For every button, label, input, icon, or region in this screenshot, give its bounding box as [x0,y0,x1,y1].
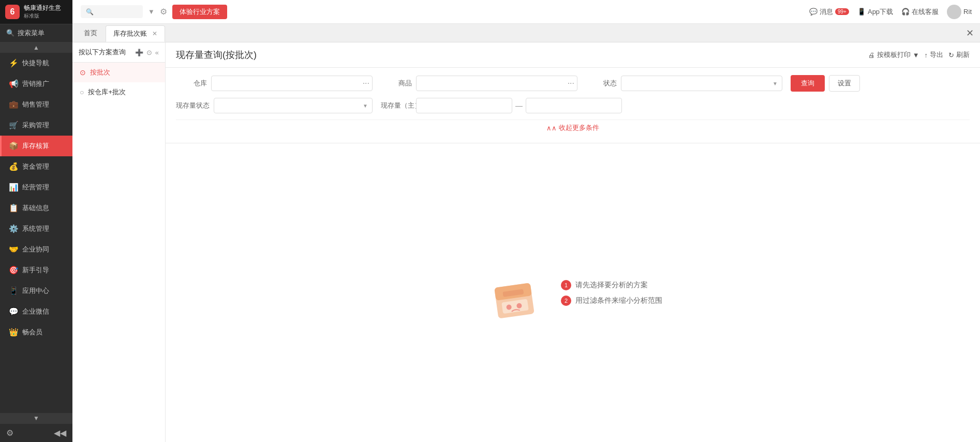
sidebar-item-marketing[interactable]: 📢 营销推广 [0,73,72,94]
app-download-action[interactable]: 📱 App下载 [857,7,893,17]
sidebar-item-operations[interactable]: 📊 经营管理 [0,177,72,198]
scroll-up-btn[interactable]: ▲ [0,42,72,53]
left-panel-title: 按以下方案查询 [79,48,126,57]
sidebar-item-purchase[interactable]: 🛒 采购管理 [0,115,72,136]
stock-qty-range: — [416,98,622,113]
status-label: 状态 [586,79,617,88]
sidebar-item-quick-nav[interactable]: ⚡ 快捷导航 [0,53,72,73]
avatar[interactable] [947,5,961,19]
trial-btn[interactable]: 体验行业方案 [172,5,227,19]
sidebar-item-members[interactable]: 👑 畅会员 [0,322,72,343]
scheme-item-by-warehouse-batch[interactable]: ○ 按仓库+批次 [72,82,165,102]
messages-label: 消息 [820,7,833,17]
scheme-item-by-batch[interactable]: ⊙ 按批次 [72,63,165,82]
sidebar-header: 6 畅康通好生意 标准版 [0,0,72,24]
nav-label: 系统管理 [22,224,49,233]
query-btn[interactable]: 查询 [791,75,825,92]
collapse-panel-icon[interactable]: « [155,49,159,56]
members-icon: 👑 [9,328,18,337]
stock-qty-min[interactable] [416,98,512,113]
export-btn[interactable]: ↑ 导出 [925,50,944,60]
status-dropdown-arrow: ▼ [773,81,778,86]
sidebar-item-enterprise[interactable]: 🤝 企业协同 [0,239,72,260]
stock-qty-dash: — [515,101,523,110]
app-logo: 6 [5,5,20,19]
content-area: 按以下方案查询 ➕ ⊙ « ⊙ 按批次 ○ 按仓库+批次 现存量查询(按批次) [72,42,980,442]
empty-illustration [483,262,545,324]
empty-step-1: 1 请先选择要分析的方案 [561,280,662,290]
print-btn[interactable]: 🖨 按模板打印 ▼ [868,50,919,60]
warehouse-input-container: ··· [211,76,373,91]
nav-label: 基础信息 [22,203,49,213]
product-filter: 商品 ··· [381,76,577,91]
settings-footer-icon[interactable]: ⚙ [6,428,13,438]
empty-step-2: 2 用过滤条件来缩小分析范围 [561,296,662,306]
nav-label: 库存核算 [22,141,49,151]
sidebar-item-app-center[interactable]: 📱 应用中心 [0,281,72,301]
stock-qty-label: 现存量（主） [381,101,412,110]
search-icon: 🔍 [6,29,14,37]
filter-buttons: 查询 设置 [791,75,860,92]
stock-status-dropdown[interactable]: ▼ [214,98,373,113]
filter-row-1: 仓库 ··· 商品 ··· [176,75,970,92]
add-scheme-icon[interactable]: ➕ [135,49,143,56]
topbar-search-box[interactable]: 🔍 [81,5,143,18]
messages-action[interactable]: 💬 消息 99+ [809,7,849,17]
tab-home[interactable]: 首页 [77,25,105,41]
online-service-action[interactable]: 🎧 在线客服 [901,7,939,17]
search-text [96,7,102,16]
warehouse-input[interactable] [211,76,373,91]
sidebar-item-basics[interactable]: 📋 基础信息 [0,198,72,218]
stock-qty-max[interactable] [526,98,622,113]
left-panel-icons: ➕ ⊙ « [135,49,159,56]
filter-section: 仓库 ··· 商品 ··· [166,68,980,143]
sidebar-nav: ⚡ 快捷导航 📢 营销推广 💼 销售管理 🛒 采购管理 📦 库存核算 💰 资金管… [0,53,72,413]
product-input[interactable] [416,76,577,91]
sidebar-item-newbie[interactable]: 🎯 新手引导 [0,260,72,281]
nav-label: 企业微信 [22,307,49,316]
stock-status-dropdown-arrow: ▼ [363,103,368,109]
scroll-down-btn[interactable]: ▼ [0,413,72,423]
tab-close-icon[interactable]: ✕ [152,30,157,37]
step-2-num: 2 [561,296,571,306]
tab-home-label: 首页 [84,28,97,38]
sidebar-search[interactable]: 🔍 搜索菜单 [0,24,72,42]
settings-btn[interactable]: 设置 [829,75,860,92]
nav-label: 销售管理 [22,100,49,109]
tab-inventory-batch[interactable]: 库存批次账 ✕ [106,25,165,42]
marketing-icon: 📢 [9,79,18,89]
scheme-label: 按批次 [90,68,110,77]
sidebar-item-inventory[interactable]: 📦 库存核算 [0,136,72,156]
step-1-num: 1 [561,280,571,290]
user-action[interactable]: Rit [947,5,972,19]
app-download-label: App下载 [868,7,893,17]
product-label: 商品 [381,79,412,88]
sales-icon: 💼 [9,100,18,109]
warehouse-dots[interactable]: ··· [363,79,369,88]
export-icon: ↑ [925,51,928,59]
close-panel-btn[interactable]: ✕ [964,25,976,41]
nav-label: 采购管理 [22,121,49,130]
sidebar-item-weixin[interactable]: 💬 企业微信 [0,301,72,322]
nav-label: 应用中心 [22,286,49,296]
settings-scheme-icon[interactable]: ⊙ [146,49,152,56]
print-dropdown-icon[interactable]: ▼ [913,51,919,59]
product-dots[interactable]: ··· [568,79,574,88]
nav-label: 资金管理 [22,162,49,171]
export-label: 导出 [930,50,943,60]
sidebar-item-finance[interactable]: 💰 资金管理 [0,156,72,177]
topbar-gear-icon[interactable]: ⚙ [160,7,167,17]
collapse-sidebar-icon[interactable]: ◀◀ [54,428,66,438]
topbar-dropdown-icon[interactable]: ▼ [148,8,155,16]
quick-nav-icon: ⚡ [9,58,18,68]
scheme-label: 按仓库+批次 [88,87,126,97]
page-title: 现存量查询(按批次) [176,49,257,67]
collapse-more-btn[interactable]: ∧∧ 收起更多条件 [176,120,970,136]
refresh-btn[interactable]: ↻ 刷新 [948,50,970,60]
sidebar-item-system[interactable]: ⚙️ 系统管理 [0,218,72,239]
status-dropdown[interactable]: ▼ [621,76,782,91]
weixin-icon: 💬 [9,307,18,316]
sidebar-item-sales[interactable]: 💼 销售管理 [0,94,72,115]
stock-qty-filter: 现存量（主） — [381,98,577,113]
tabbar: 首页 库存批次账 ✕ ✕ [72,24,980,42]
